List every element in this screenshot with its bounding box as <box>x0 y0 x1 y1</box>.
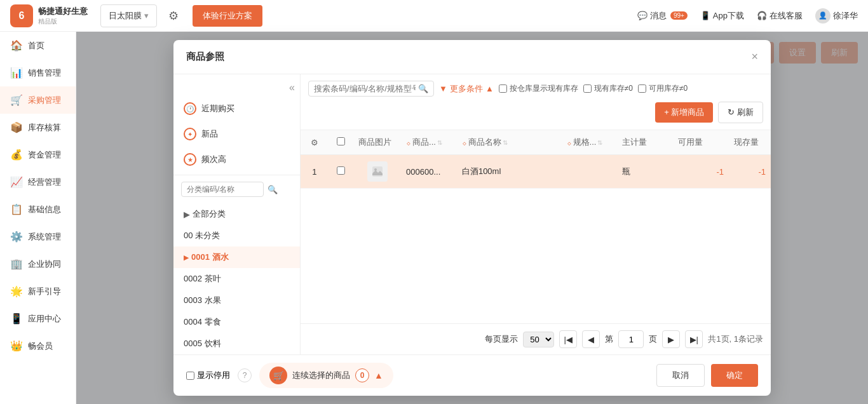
chevron-up-icon: ▲ <box>485 84 494 93</box>
product-search-box: 🔍 <box>308 81 434 97</box>
cat-arrow-all: ▶ <box>184 210 190 219</box>
cat-3[interactable]: 0003 水果 <box>173 290 300 311</box>
avatar: 👤 <box>815 8 831 24</box>
new-product-icon: ✦ <box>184 128 196 140</box>
inventory-icon: 📦 <box>10 121 23 133</box>
row-checkbox[interactable] <box>337 166 345 175</box>
sort-icon-name: ⬦ <box>462 138 467 147</box>
page-number-input[interactable] <box>618 330 644 348</box>
product-search-input[interactable] <box>314 84 416 93</box>
cat-4[interactable]: 0004 零食 <box>173 311 300 333</box>
product-table: ⚙ 商品图片 <box>301 130 771 189</box>
guide-icon: 🌟 <box>10 285 23 297</box>
modal-dialog: 商品参照 × « 🕐 近期购买 ✦ <box>173 40 771 396</box>
sidebar-item-finance[interactable]: 💰 资金管理 <box>0 141 76 168</box>
app-download-item[interactable]: 📱 App下载 <box>700 10 744 22</box>
filter-more-btn[interactable]: ▼ 更多条件 ▲ <box>439 83 494 95</box>
filter-right-actions: + 新增商品 ↻ 刷新 <box>655 102 763 123</box>
row-spec <box>562 155 618 189</box>
sidebar-item-inventory[interactable]: 📦 库存核算 <box>0 114 76 141</box>
enterprise-icon: 🏢 <box>10 258 23 270</box>
cb-stock-ne0[interactable] <box>583 84 592 93</box>
cat-5[interactable]: 0005 饮料 <box>173 333 300 349</box>
modal-header: 商品参照 × <box>173 40 771 74</box>
th-spec: ⬦ 规格... ⇅ <box>562 130 618 155</box>
cat-arrow-1: ▶ <box>184 254 189 261</box>
sidebar-item-home[interactable]: 🏠 首页 <box>0 32 76 59</box>
page-info: 共1页, 1条记录 <box>708 333 763 345</box>
message-badge: 99+ <box>670 11 688 20</box>
cat-all[interactable]: ▶ 全部分类 <box>173 203 300 225</box>
collapse-icon[interactable]: « <box>289 82 295 93</box>
prev-page-btn[interactable]: ◀ <box>582 330 600 348</box>
sidebar-item-sales[interactable]: 📊 销售管理 <box>0 59 76 86</box>
quick-item-new[interactable]: ✦ 新品 <box>173 121 300 147</box>
row-unit: 瓶 <box>617 155 673 189</box>
sort-icon-spec: ⬦ <box>567 138 572 147</box>
cat-2[interactable]: 0002 茶叶 <box>173 268 300 290</box>
cb-avail-ne0[interactable] <box>638 84 646 93</box>
user-item[interactable]: 👤 徐泽华 <box>815 8 858 24</box>
sidebar-item-system[interactable]: ⚙️ 系统管理 <box>0 223 76 250</box>
quick-item-recent[interactable]: 🕐 近期购买 <box>173 96 300 121</box>
sidebar-item-app-center[interactable]: 📱 应用中心 <box>0 305 76 332</box>
row-avail: -1 <box>673 155 729 189</box>
sidebar-item-basic-info[interactable]: 📋 基础信息 <box>0 196 76 223</box>
message-item[interactable]: 💬 消息 99+ <box>637 10 688 22</box>
pagination-bar: 每页显示 50 |◀ ◀ 第 页 ▶ ▶| 共1页, 1条记录 <box>301 323 771 354</box>
sidebar-item-member[interactable]: 👑 畅会员 <box>0 332 76 360</box>
cb-stock-ne0-label[interactable]: 现有库存≠0 <box>583 83 633 94</box>
sort-arrows-code: ⇅ <box>437 139 442 146</box>
show-disabled-label[interactable]: 显示停用 <box>186 370 230 381</box>
cb-warehouse-label[interactable]: 按仓库显示现有库存 <box>499 83 578 94</box>
th-code: ⬦ 商品... ⇅ <box>401 130 457 155</box>
row-name: 白酒100ml <box>457 155 562 189</box>
content-area: 查询 设置 刷新 商品参照 × « <box>76 32 868 404</box>
confirm-button[interactable]: 确定 <box>711 364 758 387</box>
gear-icon[interactable]: ⚙ <box>162 4 185 27</box>
category-list: ▶ 全部分类 00 未分类 ▶ 0001 酒水 0002 茶 <box>173 201 300 349</box>
next-page-btn[interactable]: ▶ <box>662 330 680 348</box>
main-layout: 🏠 首页 📊 销售管理 🛒 采购管理 📦 库存核算 💰 资金管理 📈 经营管理 … <box>0 32 868 404</box>
cb-avail-ne0-label[interactable]: 可用库存≠0 <box>638 83 688 94</box>
first-page-btn[interactable]: |◀ <box>559 330 577 348</box>
row-check[interactable] <box>329 155 354 189</box>
cancel-button[interactable]: 取消 <box>656 364 705 387</box>
select-all-checkbox[interactable] <box>337 137 345 145</box>
cb-warehouse[interactable] <box>499 84 507 93</box>
show-disabled-checkbox[interactable] <box>186 372 194 380</box>
page-size-select[interactable]: 50 <box>523 332 554 347</box>
member-icon: 👑 <box>10 340 23 352</box>
last-page-btn[interactable]: ▶| <box>685 330 703 348</box>
sidebar-item-purchase[interactable]: 🛒 采购管理 <box>0 86 76 114</box>
nav-selector[interactable]: 日太阳膜 ▾ <box>100 4 157 27</box>
help-icon[interactable]: ? <box>238 368 252 382</box>
refresh-button[interactable]: ↻ 刷新 <box>718 102 763 123</box>
row-image <box>353 155 401 189</box>
sidebar-item-guide[interactable]: 🌟 新手引导 <box>0 278 76 305</box>
footer-help-btn[interactable]: ? <box>238 368 252 382</box>
th-image: 商品图片 <box>353 130 401 155</box>
modal-body: « 🕐 近期购买 ✦ 新品 ★ 频次高 <box>173 74 771 354</box>
sidebar: 🏠 首页 📊 销售管理 🛒 采购管理 📦 库存核算 💰 资金管理 📈 经营管理 … <box>0 32 76 404</box>
table-row[interactable]: 1 <box>301 155 771 189</box>
cat-0[interactable]: 00 未分类 <box>173 225 300 246</box>
cat-1[interactable]: ▶ 0001 酒水 <box>173 246 300 268</box>
search-icon[interactable]: 🔍 <box>268 185 278 194</box>
th-unit: 主计量 <box>617 130 673 155</box>
sidebar-item-management[interactable]: 📈 经营管理 <box>0 168 76 196</box>
try-btn[interactable]: 体验行业方案 <box>193 5 262 27</box>
sidebar-item-enterprise[interactable]: 🏢 企业协同 <box>0 250 76 278</box>
category-search-input[interactable] <box>181 182 264 197</box>
purchase-icon: 🛒 <box>10 94 23 106</box>
modal-left-panel: « 🕐 近期购买 ✦ 新品 ★ 频次高 <box>173 74 301 354</box>
product-image-placeholder <box>367 161 388 182</box>
add-product-button[interactable]: + 新增商品 <box>655 102 713 123</box>
th-settings[interactable]: ⚙ <box>301 130 329 155</box>
filter-icon: ▼ <box>439 84 447 93</box>
quick-item-frequent[interactable]: ★ 频次高 <box>173 147 300 172</box>
modal-close-button[interactable]: × <box>751 50 758 64</box>
product-search-icon[interactable]: 🔍 <box>418 84 428 93</box>
cart-collapse-btn[interactable]: ▲ <box>374 370 383 380</box>
service-item[interactable]: 🎧 在线客服 <box>757 10 803 22</box>
